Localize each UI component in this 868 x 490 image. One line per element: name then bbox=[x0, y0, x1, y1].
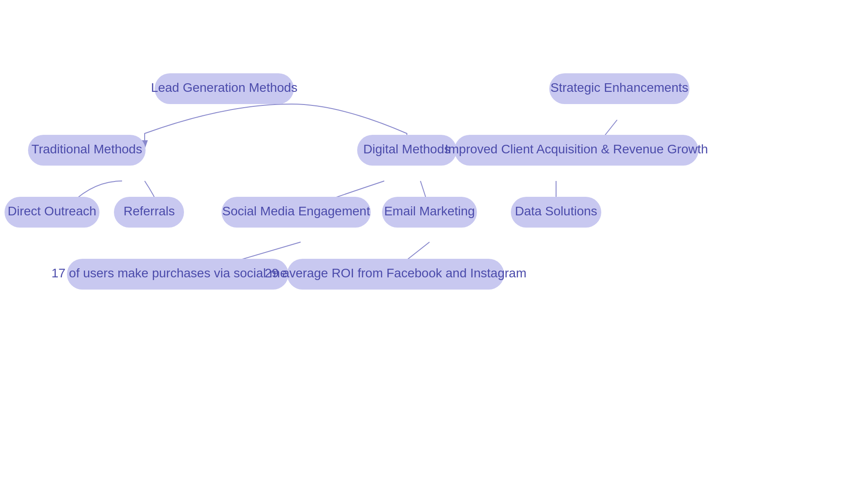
referrals-label: Referrals bbox=[123, 204, 175, 218]
lead-generation-label: Lead Generation Methods bbox=[151, 81, 297, 95]
direct-outreach-label: Direct Outreach bbox=[8, 204, 96, 218]
data-solutions-label: Data Solutions bbox=[515, 204, 597, 218]
strategic-enhancements-label: Strategic Enhancements bbox=[550, 81, 688, 95]
digital-methods-label: Digital Methods bbox=[363, 142, 451, 156]
traditional-methods-label: Traditional Methods bbox=[32, 142, 142, 156]
roi-stat-label: 29 average ROI from Facebook and Instagr… bbox=[265, 266, 527, 280]
email-marketing-label: Email Marketing bbox=[384, 204, 475, 218]
social-media-label: Social Media Engagement bbox=[222, 204, 370, 218]
improved-client-label: Improved Client Acquisition & Revenue Gr… bbox=[445, 142, 708, 156]
